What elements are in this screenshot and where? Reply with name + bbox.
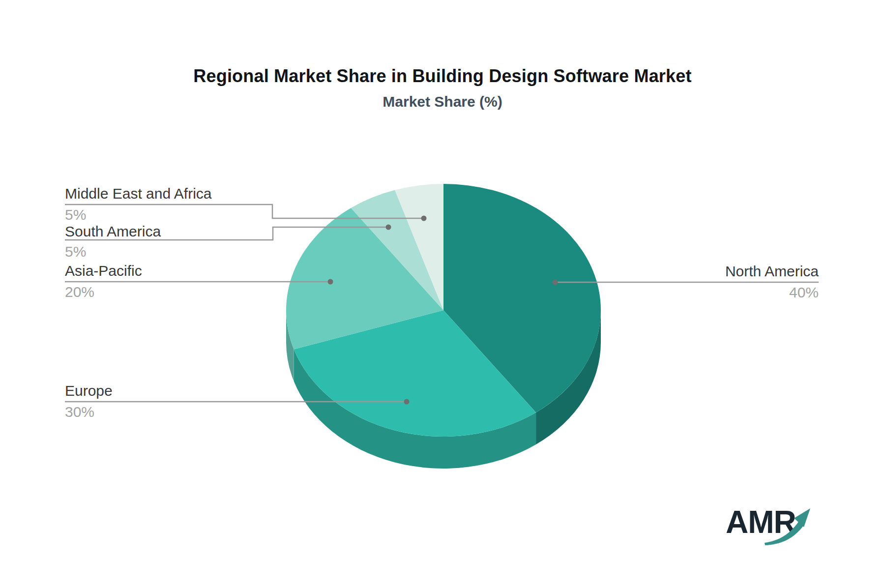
logo-arrow-icon xyxy=(760,500,816,547)
dot-europe xyxy=(404,399,410,405)
pie-slices xyxy=(286,184,601,437)
logo-arrow-head xyxy=(794,508,810,527)
dot-north-america xyxy=(553,280,558,285)
dot-middle-east-and-africa xyxy=(421,216,427,221)
label-asia-pacific: Asia-Pacific xyxy=(65,262,142,280)
value-asia-pacific: 20% xyxy=(65,283,94,301)
dot-south-america xyxy=(386,225,391,230)
pie-chart xyxy=(0,0,885,588)
chart-page: Regional Market Share in Building Design… xyxy=(0,0,885,588)
logo-arrow-swoosh xyxy=(765,521,804,545)
label-europe: Europe xyxy=(65,382,113,400)
dot-asia-pacific xyxy=(328,279,333,285)
value-middle-east-and-africa: 5% xyxy=(65,206,86,224)
label-north-america: North America xyxy=(725,263,819,280)
label-south-america: South America xyxy=(65,223,161,240)
value-south-america: 5% xyxy=(65,243,86,261)
value-north-america: 40% xyxy=(789,284,819,301)
label-middle-east-and-africa: Middle East and Africa xyxy=(65,185,212,203)
value-europe: 30% xyxy=(65,403,94,421)
